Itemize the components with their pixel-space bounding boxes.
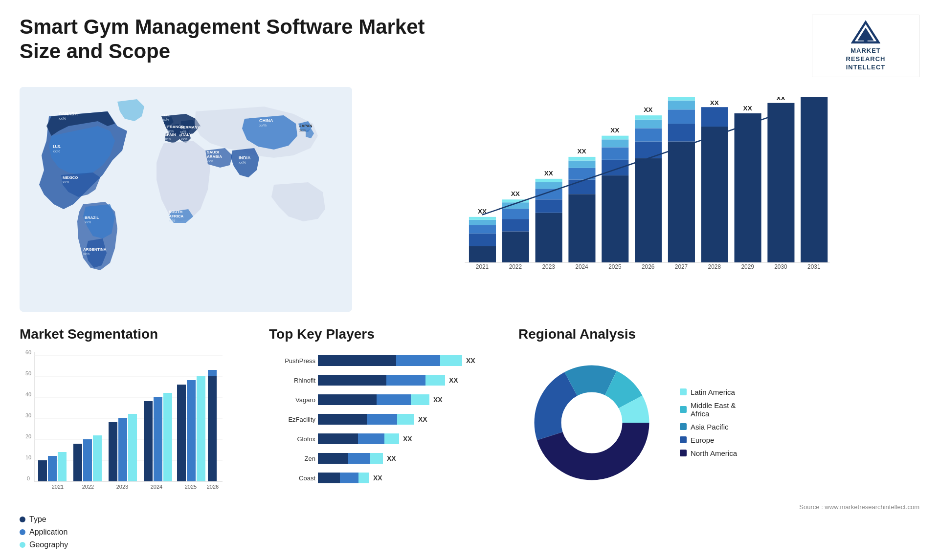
application-dot bbox=[20, 529, 25, 535]
svg-rect-45 bbox=[536, 213, 562, 262]
asia-pacific-square bbox=[680, 423, 687, 430]
regional-section: Regional Analysis bbox=[518, 326, 919, 549]
svg-text:BRAZIL: BRAZIL bbox=[85, 215, 99, 220]
svg-text:U.K.: U.K. bbox=[162, 113, 170, 117]
svg-text:xx%: xx% bbox=[85, 220, 91, 224]
map-svg: CANADA xx% U.S. xx% MEXICO xx% BRAZIL xx… bbox=[20, 87, 352, 312]
svg-rect-132 bbox=[208, 370, 217, 376]
page-title: Smart Gym Management Software Market Siz… bbox=[20, 15, 460, 64]
svg-rect-48 bbox=[536, 182, 562, 189]
svg-rect-47 bbox=[536, 189, 562, 199]
svg-text:XX: XX bbox=[544, 170, 553, 177]
svg-text:xx%: xx% bbox=[259, 123, 267, 128]
svg-rect-151 bbox=[367, 414, 397, 425]
svg-text:2025: 2025 bbox=[185, 484, 197, 490]
svg-rect-62 bbox=[602, 139, 628, 147]
svg-text:ITALY: ITALY bbox=[181, 132, 192, 137]
mea-label: Middle East &Africa bbox=[691, 401, 736, 418]
svg-rect-119 bbox=[109, 422, 117, 481]
svg-rect-155 bbox=[318, 433, 358, 444]
svg-text:INDIA: INDIA bbox=[239, 155, 251, 160]
asia-pacific-label: Asia Pacific bbox=[691, 423, 729, 431]
svg-text:XX: XX bbox=[418, 415, 427, 423]
svg-text:ARGENTINA: ARGENTINA bbox=[83, 247, 107, 252]
svg-rect-120 bbox=[118, 418, 127, 481]
regional-legend: Latin America Middle East &Africa Asia P… bbox=[680, 388, 737, 457]
svg-rect-113 bbox=[58, 452, 67, 481]
svg-text:EzFacility: EzFacility bbox=[288, 416, 315, 423]
svg-rect-129 bbox=[197, 376, 205, 481]
svg-text:SOUTH: SOUTH bbox=[169, 210, 182, 214]
svg-text:JAPAN: JAPAN bbox=[299, 124, 313, 128]
svg-rect-66 bbox=[635, 158, 662, 262]
svg-text:xx%: xx% bbox=[181, 137, 187, 141]
svg-rect-140 bbox=[318, 375, 386, 386]
bar-2021-seg4 bbox=[469, 219, 496, 225]
legend-latin-america: Latin America bbox=[680, 388, 737, 396]
svg-rect-141 bbox=[386, 375, 425, 386]
svg-text:0: 0 bbox=[27, 475, 30, 481]
svg-rect-53 bbox=[568, 179, 595, 194]
svg-rect-147 bbox=[411, 394, 429, 405]
svg-text:GERMANY: GERMANY bbox=[180, 125, 201, 129]
svg-text:2023: 2023 bbox=[542, 263, 556, 270]
svg-text:10: 10 bbox=[25, 454, 31, 460]
svg-text:2031: 2031 bbox=[807, 263, 821, 270]
svg-text:Glofox: Glofox bbox=[297, 435, 315, 443]
svg-rect-70 bbox=[635, 115, 662, 119]
svg-text:SAUDI: SAUDI bbox=[207, 150, 219, 154]
svg-text:2030: 2030 bbox=[774, 263, 787, 270]
europe-square bbox=[680, 436, 687, 443]
svg-rect-52 bbox=[568, 194, 595, 262]
svg-text:XX: XX bbox=[743, 105, 752, 112]
svg-rect-82 bbox=[701, 127, 728, 262]
svg-rect-146 bbox=[377, 394, 411, 405]
svg-text:2025: 2025 bbox=[608, 263, 622, 270]
players-chart: PushPress XX Rhinofit XX Vagaro XX EzFac… bbox=[269, 349, 504, 501]
svg-text:MEXICO: MEXICO bbox=[63, 175, 78, 180]
svg-text:xx%: xx% bbox=[299, 129, 306, 132]
svg-rect-136 bbox=[396, 355, 440, 366]
svg-text:2022: 2022 bbox=[509, 263, 522, 270]
svg-rect-69 bbox=[635, 119, 662, 128]
logo-text: MARKETRESEARCHINTELLECT bbox=[846, 47, 886, 72]
svg-rect-128 bbox=[187, 380, 196, 481]
svg-rect-68 bbox=[635, 128, 662, 141]
svg-text:2027: 2027 bbox=[675, 263, 688, 270]
svg-rect-39 bbox=[502, 219, 529, 231]
svg-text:Rhinofit: Rhinofit bbox=[294, 377, 315, 384]
svg-rect-73 bbox=[668, 141, 695, 262]
top-section: CANADA xx% U.S. xx% MEXICO xx% BRAZIL xx… bbox=[20, 87, 919, 312]
svg-rect-63 bbox=[602, 135, 628, 139]
svg-rect-74 bbox=[668, 124, 695, 141]
svg-rect-161 bbox=[348, 453, 370, 464]
world-map: CANADA xx% U.S. xx% MEXICO xx% BRAZIL xx… bbox=[20, 87, 352, 312]
svg-text:xx%: xx% bbox=[83, 252, 89, 256]
svg-text:2028: 2028 bbox=[708, 263, 721, 270]
svg-text:2023: 2023 bbox=[116, 484, 128, 490]
svg-rect-165 bbox=[318, 473, 340, 483]
svg-rect-115 bbox=[73, 444, 82, 481]
svg-text:XX: XX bbox=[433, 396, 443, 404]
svg-text:2029: 2029 bbox=[741, 263, 754, 270]
svg-rect-40 bbox=[502, 209, 529, 219]
svg-text:20: 20 bbox=[25, 433, 31, 439]
svg-rect-124 bbox=[154, 397, 162, 481]
svg-rect-2 bbox=[864, 41, 868, 43]
geography-label: Geography bbox=[29, 540, 68, 549]
svg-rect-145 bbox=[318, 394, 377, 405]
svg-rect-127 bbox=[177, 385, 186, 481]
svg-text:40: 40 bbox=[25, 391, 31, 397]
type-dot bbox=[20, 517, 25, 522]
svg-text:XX: XX bbox=[776, 97, 785, 102]
logo: MARKETRESEARCHINTELLECT bbox=[812, 15, 919, 77]
regional-title: Regional Analysis bbox=[518, 326, 919, 342]
svg-text:XX: XX bbox=[511, 190, 520, 197]
type-label: Type bbox=[29, 515, 46, 524]
svg-point-174 bbox=[561, 392, 622, 453]
svg-rect-61 bbox=[602, 147, 628, 159]
geography-dot bbox=[20, 542, 25, 548]
legend-north-america: North America bbox=[680, 449, 737, 457]
svg-rect-150 bbox=[318, 414, 367, 425]
svg-rect-157 bbox=[384, 433, 399, 444]
